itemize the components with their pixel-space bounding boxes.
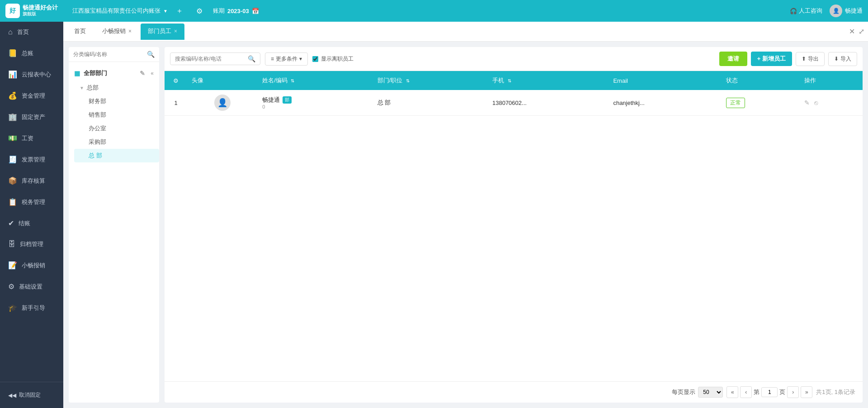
calendar-icon[interactable]: 📅 <box>252 8 259 14</box>
dept-panel: 🔍 ▦ 全部部门 ✎ « ▼ 总部 财务部 <box>69 47 159 403</box>
sidebar-item-capital[interactable]: 💰 资金管理 <box>0 85 63 106</box>
th-name[interactable]: 姓名/编码 ⇅ <box>258 71 373 90</box>
sidebar-item-guide[interactable]: 🎓 新手引导 <box>0 297 63 318</box>
export-button[interactable]: ⬆ 导出 <box>796 52 825 66</box>
page-label: 第 <box>754 388 760 396</box>
sidebar-item-label: 新手引导 <box>22 304 45 312</box>
company-dropdown-icon: ▼ <box>163 9 168 14</box>
tax-icon: 📋 <box>8 198 17 206</box>
sidebar-item-label: 固定资产 <box>22 113 45 121</box>
expense-icon: 📝 <box>8 261 17 270</box>
capital-icon: 💰 <box>8 91 17 100</box>
period-value: 2023-03 <box>227 8 249 14</box>
sidebar-item-label: 归档管理 <box>20 240 43 248</box>
reports-icon: 📊 <box>8 70 17 79</box>
basic-settings-icon: ⚙ <box>8 282 14 291</box>
tab-bar-right: ✕ ⤢ <box>849 27 864 36</box>
dept-collapse-icon[interactable]: « <box>151 70 154 76</box>
maximize-icon[interactable]: ⤢ <box>859 27 864 36</box>
sidebar-item-ledger[interactable]: 📒 总账 <box>0 43 63 64</box>
more-filter-button[interactable]: ≡ 更多条件 ▾ <box>265 52 308 66</box>
row-email: chanjethkj... <box>609 90 721 116</box>
tab-expense[interactable]: 小畅报销 × <box>95 24 139 40</box>
dept-child-office[interactable]: 办公室 <box>74 122 159 135</box>
import-button[interactable]: ⬇ 导入 <box>828 52 857 66</box>
export-icon: ⬆ <box>802 56 806 62</box>
user-info[interactable]: 👤 畅捷通 <box>830 5 863 17</box>
dept-child-general[interactable]: 总 部 <box>74 149 159 162</box>
invite-button[interactable]: 邀请 <box>719 52 747 66</box>
import-icon: ⬇ <box>834 56 839 62</box>
app-logo: 好 畅捷通好会计 旗舰版 <box>5 4 69 18</box>
sidebar-item-tax[interactable]: 📋 税务管理 <box>0 191 63 213</box>
tab-expense-close[interactable]: × <box>128 28 132 34</box>
next-page-button[interactable]: › <box>787 386 799 398</box>
add-employee-button[interactable]: + 新增员工 <box>751 52 792 66</box>
assets-icon: 🏢 <box>8 113 17 121</box>
employee-panel: 🔍 ≡ 更多条件 ▾ 显示离职员工 邀请 + 新增员工 <box>165 47 863 403</box>
company-selector[interactable]: 江西服宝精品有限责任公司内账张 ▼ <box>72 7 168 15</box>
edit-icon[interactable]: ✎ <box>804 99 810 106</box>
row-index: 1 <box>165 90 187 116</box>
dept-search-icon[interactable]: 🔍 <box>147 51 155 58</box>
th-settings[interactable]: ⚙ <box>165 71 187 90</box>
show-resigned-checkbox[interactable] <box>312 56 318 62</box>
sidebar-item-settlement[interactable]: ✔ 结账 <box>0 213 63 234</box>
sidebar-item-archive[interactable]: 🗄 归档管理 <box>0 234 63 255</box>
dept-search-input[interactable] <box>73 51 144 57</box>
table-body: 1 👤 畅捷通 部 <box>165 90 863 116</box>
employee-search-icon[interactable]: 🔍 <box>248 55 255 62</box>
first-page-button[interactable]: « <box>726 386 738 398</box>
tab-dept-staff[interactable]: 部门员工 × <box>141 24 184 40</box>
sidebar-item-home[interactable]: ⌂ 首页 <box>0 22 63 43</box>
employee-code: 0 <box>262 104 368 109</box>
dept-edit-icon[interactable]: ✎ <box>140 70 145 77</box>
dept-child-purchase[interactable]: 采购部 <box>74 135 159 149</box>
ledger-icon: 📒 <box>8 49 17 57</box>
sidebar-item-inventory[interactable]: 📦 库存核算 <box>0 170 63 191</box>
employee-search-input[interactable] <box>175 56 245 62</box>
page-content: 🔍 ▦ 全部部门 ✎ « ▼ 总部 财务部 <box>63 42 868 408</box>
sidebar-item-expense[interactable]: 📝 小畅报销 <box>0 255 63 276</box>
sidebar-item-reports[interactable]: 📊 云报表中心 <box>0 64 63 85</box>
show-resigned-label[interactable]: 显示离职员工 <box>312 55 354 63</box>
dept-child-finance[interactable]: 财务部 <box>74 95 159 108</box>
tab-dept-close[interactable]: × <box>174 28 177 34</box>
sidebar-item-invoice[interactable]: 🧾 发票管理 <box>0 149 63 170</box>
dept-child-sales[interactable]: 销售部 <box>74 108 159 122</box>
sidebar-item-salary[interactable]: 💵 工资 <box>0 128 63 149</box>
toolbar-right: 邀请 + 新增员工 ⬆ 导出 ⬇ 导入 <box>719 52 857 66</box>
logout-icon[interactable]: ⎋ <box>814 99 818 106</box>
row-status: 正常 <box>722 90 800 116</box>
employee-avatar: 👤 <box>214 95 231 111</box>
last-page-button[interactable]: » <box>801 386 812 398</box>
unpin-button[interactable]: ◀◀ 取消固定 <box>0 387 63 403</box>
sidebar-item-assets[interactable]: 🏢 固定资产 <box>0 106 63 128</box>
salary-icon: 💵 <box>8 134 17 142</box>
add-tab-button[interactable]: ＋ <box>173 5 186 17</box>
employee-search-box[interactable]: 🔍 <box>170 52 260 65</box>
avatar: 👤 <box>830 5 842 17</box>
th-action: 操作 <box>800 71 863 90</box>
page-input[interactable] <box>761 387 778 397</box>
sidebar-item-label: 基础设置 <box>19 283 42 291</box>
prev-page-button[interactable]: ‹ <box>740 386 752 398</box>
row-dept: 总 部 <box>373 90 488 116</box>
close-window-icon[interactable]: ✕ <box>849 27 855 36</box>
settings-button[interactable]: ⚙ <box>193 5 206 17</box>
th-dept[interactable]: 部门/职位 ⇅ <box>373 71 488 90</box>
page-nav: « ‹ 第 页 › » <box>726 386 812 398</box>
row-avatar-cell: 👤 <box>187 90 258 116</box>
sidebar-item-settings[interactable]: ⚙ 基础设置 <box>0 276 63 297</box>
user-name: 畅捷通 <box>845 7 863 15</box>
tab-home[interactable]: 首页 <box>67 24 93 40</box>
support-button[interactable]: 🎧 人工咨询 <box>790 7 822 15</box>
page-total: 共1页, 1条记录 <box>816 388 855 396</box>
dept-all-btn[interactable]: ▦ 全部部门 ✎ « <box>69 66 159 81</box>
sidebar-item-label: 结账 <box>19 219 30 228</box>
emp-toolbar: 🔍 ≡ 更多条件 ▾ 显示离职员工 邀请 + 新增员工 <box>165 47 863 71</box>
expand-icon: ▼ <box>80 85 84 90</box>
dept-group-label[interactable]: ▼ 总部 <box>74 81 159 95</box>
page-size-dropdown[interactable]: 50 10 20 100 <box>698 387 723 398</box>
th-phone[interactable]: 手机 ⇅ <box>488 71 609 90</box>
